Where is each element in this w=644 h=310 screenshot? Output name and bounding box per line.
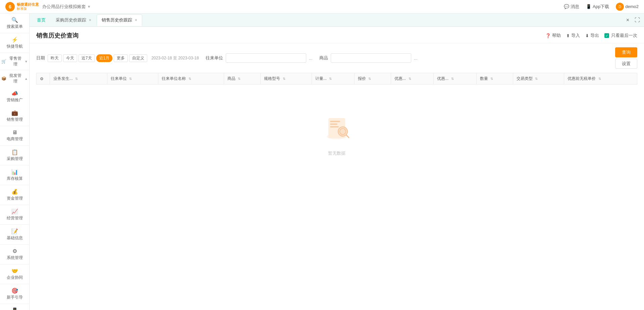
message-action[interactable]: 💬 消息 (564, 4, 579, 10)
tab-home[interactable]: 首页 (32, 14, 50, 26)
counterparty-label: 往来单位 (206, 55, 223, 61)
table-container: ⚙ 业务发生... ⇅ 往来单位 ⇅ 往来单位名称 ⇅ 商品 (30, 73, 644, 183)
chevron-up-icon: ▲ (24, 77, 28, 81)
date-btn-more[interactable]: 更多 (114, 54, 128, 62)
tab-purchase-history[interactable]: 采购历史价跟踪 × (51, 14, 96, 26)
only-last-checkbox[interactable]: ✓ (604, 33, 609, 38)
user-avatar: D (616, 3, 624, 11)
table-col-settings[interactable]: ⚙ (37, 73, 50, 85)
table-col-discount2[interactable]: 优惠... ⇅ (434, 73, 476, 85)
settings-button[interactable]: 设置 (615, 59, 637, 69)
empty-state-icon (320, 111, 354, 145)
tab-bar-actions: × ⛶ (625, 16, 641, 24)
counterparty-ellipsis[interactable]: ... (309, 56, 313, 61)
product-ellipsis[interactable]: ... (414, 56, 418, 61)
table-col-spec[interactable]: 规格型号 ⇅ (261, 73, 312, 85)
page-header: 销售历史价查询 ❓ 帮助 ⬆ 导入 ⬇ 导出 ✓ (30, 27, 644, 43)
app-center-icon: 📱 (11, 307, 18, 310)
table-col-quoted-price[interactable]: 报价 ⇅ (355, 73, 391, 85)
only-last-checkbox-area[interactable]: ✓ 只看最后一次 (604, 33, 637, 39)
sidebar-item-operations[interactable]: 📈 经营管理 (0, 205, 29, 225)
sidebar-item-finance[interactable]: 💰 资金管理 (0, 185, 29, 205)
sidebar-item-retail-mgmt[interactable]: 🛒 零售管理 ▼ (0, 53, 29, 70)
import-action[interactable]: ⬆ 导入 (566, 33, 580, 39)
table-col-quantity[interactable]: 数量 ⇅ (476, 73, 513, 85)
svg-rect-4 (330, 126, 339, 127)
operations-icon: 📈 (11, 208, 18, 215)
search-actions: 查询 设置 (615, 47, 637, 69)
tab-bar: 首页 采购历史价跟踪 × 销售历史价跟踪 × × ⛶ (30, 13, 644, 27)
product-search-group: 商品 ... (319, 53, 418, 63)
logo-text: 畅捷通好生意 标准版 (17, 2, 39, 11)
sidebar-item-sales-mgmt[interactable]: 💼 销售管理 (0, 106, 29, 126)
main-container: 🔍 搜索菜单 ⚡ 快捷导航 🛒 零售管理 ▼ 📦 批发管理 ▲ 📣 营销推广 (0, 13, 644, 310)
product-input[interactable] (331, 53, 411, 63)
date-range: 2023-02-18 至 2023-03-18 (151, 55, 199, 61)
counterparty-input[interactable] (226, 53, 306, 63)
sidebar-item-wholesale-mgmt[interactable]: 📦 批发管理 ▲ (0, 70, 29, 87)
purchase-mgmt-icon: 📋 (11, 149, 18, 155)
user-profile[interactable]: D demo2 (616, 3, 639, 11)
sidebar-item-basic-info[interactable]: 📝 基础信息 (0, 225, 29, 245)
date-btn-custom[interactable]: 自定义 (129, 54, 147, 62)
finance-icon: 💰 (11, 189, 18, 195)
date-btn-yesterday[interactable]: 昨天 (48, 54, 62, 62)
ecommerce-icon: 🖥 (12, 130, 17, 136)
query-button[interactable]: 查询 (615, 47, 637, 57)
date-btn-today[interactable]: 今天 (63, 54, 77, 62)
date-btn-last1month[interactable]: 近1月 (96, 54, 113, 62)
search-icon: 🔍 (11, 17, 18, 23)
tab-sales-history[interactable]: 销售历史价跟踪 × (97, 14, 142, 26)
wholesale-mgmt-icon: 📦 (1, 76, 6, 81)
dropdown-icon[interactable]: ▾ (88, 4, 90, 9)
date-search-group: 日期 昨天 今天 近7天 近1月 更多 自定义 2023-02-18 至 202… (36, 54, 199, 62)
table-col-pre-tax-price[interactable]: 优惠前无税单价 ⇅ (564, 73, 637, 85)
sidebar-item-sys-mgmt[interactable]: ⚙ 系统管理 (0, 245, 29, 264)
table-col-unit[interactable]: 计量... ⇅ (312, 73, 354, 85)
date-btn-last7days[interactable]: 近7天 (78, 54, 95, 62)
app-download-action[interactable]: 📱 App下载 (586, 4, 609, 10)
table-col-trade-type[interactable]: 交易类型 ⇅ (513, 73, 564, 85)
sidebar-item-app-center[interactable]: 📱 应用中心 (0, 304, 29, 310)
sidebar-item-ecommerce[interactable]: 🖥 电商管理 (0, 126, 29, 146)
basic-info-icon: 📝 (11, 228, 18, 235)
logo-icon: 6 (5, 2, 15, 11)
chevron-down-icon: ▼ (24, 60, 28, 63)
sidebar-item-newbie-guide[interactable]: 🎯 新手引导 (0, 284, 29, 304)
newbie-guide-icon: 🎯 (11, 288, 18, 294)
sidebar-item-inventory[interactable]: 📊 库存核算 (0, 165, 29, 185)
export-action[interactable]: ⬇ 导出 (585, 33, 599, 39)
sales-mgmt-icon: 💼 (11, 110, 18, 116)
product-label: 商品 (319, 55, 328, 61)
sales-history-tab-close[interactable]: × (135, 18, 137, 22)
purchase-history-tab-label: 采购历史价跟踪 (56, 17, 86, 23)
inventory-icon: 📊 (11, 169, 18, 175)
export-icon: ⬇ (585, 33, 589, 38)
svg-rect-3 (330, 123, 337, 125)
table-col-product[interactable]: 商品 ⇅ (224, 73, 261, 85)
purchase-history-tab-close[interactable]: × (89, 18, 91, 22)
sidebar-item-search-menu[interactable]: 🔍 搜索菜单 (0, 13, 29, 33)
table-col-biz-date[interactable]: 业务发生... ⇅ (50, 73, 107, 85)
enterprise-collab-icon: 🤝 (11, 268, 18, 274)
home-tab-label: 首页 (37, 17, 46, 23)
table-col-counterparty-name[interactable]: 往来单位名称 ⇅ (158, 73, 224, 85)
table-col-counterparty-code[interactable]: 往来单位 ⇅ (107, 73, 158, 85)
svg-rect-2 (330, 121, 340, 122)
header-left: 6 畅捷通好生意 标准版 办公用品行业模拟账套 ▾ (5, 2, 90, 11)
sidebar-item-marketing[interactable]: 📣 营销推广 (0, 87, 29, 106)
table-col-discount1[interactable]: 优惠... ⇅ (391, 73, 434, 85)
sidebar-item-purchase-mgmt[interactable]: 📋 采购管理 (0, 146, 29, 165)
app-title-area[interactable]: 办公用品行业模拟账套 ▾ (42, 4, 90, 10)
user-name: demo2 (625, 4, 639, 9)
page-header-actions: ❓ 帮助 ⬆ 导入 ⬇ 导出 ✓ 只看最后一次 (545, 33, 637, 39)
tab-maximize-button[interactable]: ⛶ (633, 16, 641, 24)
app-download-icon: 📱 (586, 4, 591, 9)
sidebar-item-enterprise-collab[interactable]: 🤝 企业协同 (0, 264, 29, 284)
sidebar-item-quick-nav[interactable]: ⚡ 快捷导航 (0, 33, 29, 53)
sales-history-tab-label: 销售历史价跟踪 (102, 17, 132, 23)
empty-state-text: 暂无数据 (328, 150, 345, 156)
help-action[interactable]: ❓ 帮助 (545, 33, 561, 39)
quick-nav-icon: ⚡ (11, 37, 18, 43)
tab-close-all-button[interactable]: × (625, 16, 631, 24)
